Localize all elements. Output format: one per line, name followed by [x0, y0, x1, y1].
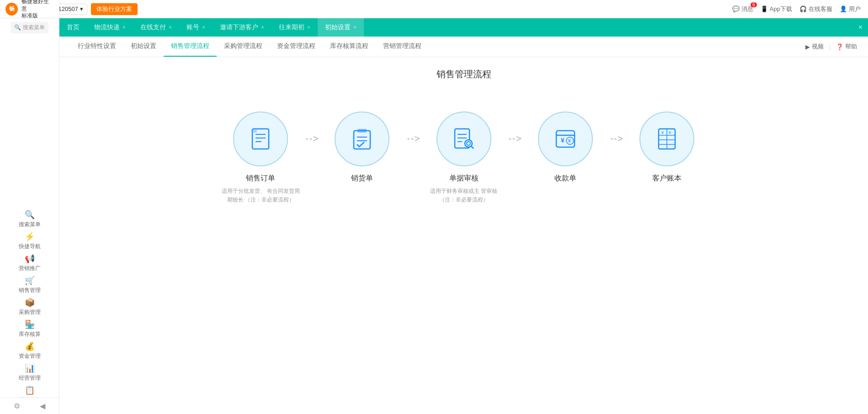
sidebar-item-basic-info[interactable]: 📋 基础信息	[0, 383, 59, 398]
nav-close-all[interactable]: ×	[853, 23, 868, 32]
trial-button[interactable]: 体验行业方案	[91, 3, 138, 15]
sidebar-item-marketing-promo[interactable]: 📢 营销推广	[0, 252, 59, 274]
sidebar-label-purchase-mgmt: 采购管理	[19, 308, 41, 316]
flow-arrow-2: - - >	[505, 133, 524, 144]
sidebar-label-search: 搜索菜单	[19, 221, 41, 228]
sidebar-icon-operations-mgmt: 📊	[25, 363, 35, 373]
nav-tab-首页[interactable]: 首页	[59, 18, 87, 37]
user-name-label: 用户	[849, 5, 861, 13]
nav-tab-label: 往来期初	[279, 23, 304, 32]
nav-tab-label: 账号	[186, 23, 199, 32]
action-帮助[interactable]: ❓帮助	[836, 42, 857, 51]
sidebar-icon-marketing-promo: 📢	[25, 254, 35, 264]
flow-step-sales-invoice: 销货单	[321, 111, 403, 187]
flow-label-customer-ledger: 客户账本	[652, 174, 682, 183]
sidebar-item-search[interactable]: 🔍 搜索菜单	[0, 18, 59, 37]
nav-tab-close[interactable]: ×	[353, 24, 357, 31]
sidebar-item-operations-mgmt[interactable]: 📊 经营管理	[0, 361, 59, 383]
sub-tab-营销管理流程[interactable]: 营销管理流程	[376, 37, 429, 57]
flow-circle-sales-invoice	[335, 111, 389, 166]
sub-tab-采购管理流程[interactable]: 采购管理流程	[217, 37, 270, 57]
sidebar-icon-purchase-mgmt: 📦	[25, 297, 35, 308]
service-icon: 🎧	[799, 5, 807, 12]
sidebar-label-sales-mgmt: 销售管理	[19, 287, 41, 294]
sidebar-item-finance-mgmt[interactable]: 💰 资金管理	[0, 340, 59, 361]
nav-tab-close[interactable]: ×	[202, 24, 205, 31]
sidebar-item-purchase-mgmt[interactable]: 📦 采购管理	[0, 296, 59, 318]
nav-tabs: 首页物流快递×在线支付×账号×邀请下游客户×往来期初×初始设置××	[59, 18, 868, 37]
online-service-label: 在线客服	[809, 5, 832, 13]
svg-text:¥: ¥	[668, 130, 671, 135]
action-视频[interactable]: ▶视频	[805, 42, 824, 51]
nav-tab-close[interactable]: ×	[122, 24, 126, 31]
svg-text:¥: ¥	[561, 137, 564, 144]
svg-line-15	[471, 146, 474, 149]
action-icon: ❓	[836, 43, 843, 50]
nav-tab-close[interactable]: ×	[307, 24, 310, 31]
sidebar-label-operations-mgmt: 经营管理	[19, 374, 41, 382]
sidebar-label-shortcut: 快捷导航	[19, 243, 41, 250]
search-placeholder: 搜索菜单	[23, 24, 45, 32]
top-bar: 用户690企业1660120507 ▾ 体验行业方案 💬 消息 6 📱 App下…	[0, 0, 868, 18]
action-icon: ▶	[805, 43, 810, 50]
nav-tab-close[interactable]: ×	[169, 24, 172, 31]
divider: |	[829, 43, 831, 50]
logo-text: 畅捷通好生意 标准版	[21, 0, 53, 20]
dropdown-icon: ▾	[80, 5, 83, 12]
flow-step-receipt: ¥ ¥ 收款单	[524, 111, 607, 187]
sidebar-item-shortcut[interactable]: ⚡ 快捷导航	[0, 230, 59, 252]
sub-tabs: 行业特性设置初始设置销售管理流程采购管理流程资金管理流程库存核算流程营销管理流程…	[59, 37, 868, 57]
message-icon: 💬	[732, 5, 740, 12]
user-avatar-item[interactable]: 👤 用户	[840, 5, 861, 13]
sidebar-icon-search: 🔍	[25, 210, 35, 220]
sidebar-item-search[interactable]: 🔍 搜索菜单	[0, 208, 59, 230]
settings-bottom-icon[interactable]: ⚙	[14, 402, 20, 410]
flow-circle-customer-ledger: ¥ ¥	[639, 111, 694, 166]
sidebar-items: 🔍 搜索菜单	[0, 18, 59, 208]
sub-tab-资金管理流程[interactable]: 资金管理流程	[270, 37, 323, 57]
nav-tab-账号[interactable]: 账号×	[179, 18, 213, 37]
search-icon: 🔍	[14, 24, 21, 31]
online-service-item[interactable]: 🎧 在线客服	[799, 5, 832, 13]
search-input-area[interactable]: 🔍 搜索菜单	[11, 22, 48, 33]
sub-tab-初始设置[interactable]: 初始设置	[123, 37, 164, 57]
download-icon: 📱	[761, 5, 768, 12]
nav-tab-在线支付[interactable]: 在线支付×	[133, 18, 179, 37]
sidebar-icon-shortcut: ⚡	[25, 232, 35, 242]
flow-arrow-0: - - >	[302, 133, 321, 144]
flow-arrow-1: - - >	[403, 133, 422, 144]
flow-step-customer-ledger: ¥ ¥ 客户账本	[626, 111, 708, 187]
svg-text:¥: ¥	[568, 138, 571, 143]
sub-tab-actions: ▶视频|❓帮助	[805, 42, 857, 51]
flow-label-sales-invoice: 销货单	[351, 174, 373, 183]
sidebar-item-sales-mgmt[interactable]: 🛒 销售管理	[0, 274, 59, 296]
action-label: 帮助	[845, 42, 857, 51]
app-download-item[interactable]: 📱 App下载	[761, 5, 792, 13]
sidebar-logo: 畅 畅捷通好生意 标准版	[0, 0, 59, 18]
sub-tab-库存核算流程[interactable]: 库存核算流程	[323, 37, 376, 57]
page-content: 销售管理流程 销售订单适用于分批发货、 有合同发货周期较长 （注：非必要流程）-…	[59, 57, 868, 224]
message-item[interactable]: 💬 消息 6	[732, 5, 753, 13]
sidebar-label-inventory: 库存核算	[19, 330, 41, 338]
nav-tab-label: 初始设置	[325, 23, 351, 32]
nav-tab-物流快递[interactable]: 物流快递×	[87, 18, 133, 37]
sidebar-item-inventory[interactable]: 🏪 库存核算	[0, 318, 59, 340]
app-download-label: App下载	[770, 5, 792, 13]
flow-label-doc-review: 单据审核	[449, 174, 479, 183]
page-title: 销售管理流程	[70, 68, 857, 80]
nav-tab-邀请下游客户[interactable]: 邀请下游客户×	[213, 18, 272, 37]
flow-label-sales-order: 销售订单	[246, 174, 275, 183]
sidebar: 畅 畅捷通好生意 标准版 🔍 搜索菜单 🔍 搜索菜单 ⚡ 快捷导航 📢 营销推广…	[0, 0, 59, 414]
nav-tab-close[interactable]: ×	[261, 24, 264, 31]
sidebar-icon-inventory: 🏪	[25, 319, 35, 329]
sidebar-label-finance-mgmt: 资金管理	[19, 352, 41, 360]
svg-rect-6	[357, 129, 367, 133]
sidebar-bottom: ⚙ ◀	[0, 398, 59, 414]
sub-tab-行业特性设置[interactable]: 行业特性设置	[70, 37, 123, 57]
message-badge: 6	[751, 2, 757, 7]
nav-tab-初始设置[interactable]: 初始设置×	[318, 18, 364, 37]
nav-tab-往来期初[interactable]: 往来期初×	[272, 18, 318, 37]
sub-tab-销售管理流程[interactable]: 销售管理流程	[164, 37, 217, 57]
collapse-icon[interactable]: ◀	[40, 402, 45, 410]
sidebar-label-marketing-promo: 营销推广	[19, 265, 41, 272]
